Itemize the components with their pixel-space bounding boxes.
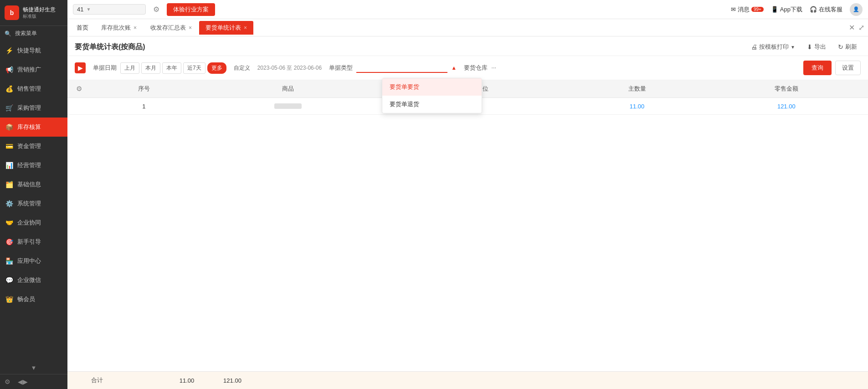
sidebar-item-newbie[interactable]: 🎯 新手引导 bbox=[0, 232, 67, 251]
close-all-tabs-btn[interactable]: ✕ bbox=[849, 23, 855, 32]
date-btn-this-month[interactable]: 本月 bbox=[141, 62, 160, 74]
brand-sub: 标准版 bbox=[23, 13, 56, 20]
export-label: 导出 bbox=[814, 43, 826, 51]
tab-inventory-batch-close[interactable]: × bbox=[134, 25, 137, 31]
custom-date-btn[interactable]: 自定义 bbox=[230, 63, 254, 73]
tab-order-stats-label: 要货单统计表 bbox=[205, 24, 241, 32]
brand-name: 畅捷通好生意 bbox=[23, 6, 56, 14]
footer-amount: 121.00 bbox=[210, 377, 255, 384]
warehouse-dots-icon[interactable]: ··· bbox=[491, 64, 496, 72]
footer-label: 合计 bbox=[73, 376, 164, 384]
filter-toggle-btn[interactable]: ▶ bbox=[75, 62, 86, 73]
tabbar-actions: ✕ ⤢ bbox=[849, 23, 864, 32]
sidebar-item-finance[interactable]: 💳 资金管理 bbox=[0, 137, 67, 156]
trial-btn[interactable]: 体验行业方案 bbox=[167, 3, 215, 16]
app-icon: 📱 bbox=[771, 6, 778, 13]
refresh-label: 刷新 bbox=[845, 43, 857, 51]
refresh-icon: ↻ bbox=[838, 43, 843, 51]
print-template-btn[interactable]: 🖨 按模板打印 ▼ bbox=[747, 41, 799, 53]
sidebar-label-basics: 基础信息 bbox=[17, 180, 41, 189]
sidebar-item-inventory[interactable]: 📦 库存核算 bbox=[0, 118, 67, 137]
sidebar-item-quick-nav[interactable]: ⚡ 快捷导航 bbox=[0, 41, 67, 60]
appstore-icon: 🏪 bbox=[5, 256, 14, 266]
sidebar-item-marketing[interactable]: 📢 营销推广 bbox=[0, 60, 67, 79]
messages-label: 消息 bbox=[738, 5, 750, 14]
basics-icon: 🗂️ bbox=[5, 180, 14, 189]
messages-badge: 99+ bbox=[751, 7, 764, 12]
table-container: ⚙ 序号 商品 主计量单位 主数量 零售金额 1 bbox=[67, 80, 868, 371]
avatar-icon: 👤 bbox=[853, 6, 859, 12]
sidebar-item-member[interactable]: 👑 畅会员 bbox=[0, 290, 67, 309]
dropdown-item-order-return[interactable]: 要货单退货 bbox=[382, 96, 482, 113]
page-title: 要货单统计表(按商品) bbox=[75, 42, 145, 52]
sidebar-item-basics[interactable]: 🗂️ 基础信息 bbox=[0, 175, 67, 194]
date-btn-7days[interactable]: 近7天 bbox=[183, 62, 205, 74]
col-settings[interactable]: ⚙ bbox=[67, 80, 90, 98]
quantity-link[interactable]: 11.00 bbox=[630, 103, 645, 110]
sidebar-item-operations[interactable]: 📊 经营管理 bbox=[0, 156, 67, 175]
dropdown-item-order-purchase[interactable]: 要货单要货 bbox=[382, 78, 482, 96]
tab-order-stats[interactable]: 要货单统计表 × bbox=[199, 21, 253, 35]
type-dropdown-menu: 要货单要货 要货单退货 bbox=[382, 78, 482, 113]
sidebar-item-enterprise[interactable]: 🤝 企业协同 bbox=[0, 213, 67, 232]
warehouse-filter-group: 要货仓库 ··· bbox=[464, 64, 496, 72]
print-arrow-icon: ▼ bbox=[791, 45, 795, 50]
enterprise-icon: 🤝 bbox=[5, 218, 14, 227]
app-download-btn[interactable]: 📱 App下载 bbox=[771, 5, 802, 14]
footer-quantity: 11.00 bbox=[164, 377, 210, 384]
row-no: 1 bbox=[90, 98, 198, 115]
date-btn-more[interactable]: 更多 bbox=[207, 62, 226, 74]
sidebar-logo: b 畅捷通好生意 标准版 bbox=[0, 0, 67, 26]
sidebar-label-appstore: 应用中心 bbox=[17, 257, 41, 265]
query-btn[interactable]: 查询 bbox=[803, 61, 832, 75]
sidebar-item-wechat[interactable]: 💬 企业微信 bbox=[0, 271, 67, 290]
search-menu-item[interactable]: 🔍 搜索菜单 bbox=[0, 26, 67, 41]
table-footer: 合计 11.00 121.00 bbox=[67, 371, 868, 389]
operations-icon: 📊 bbox=[5, 161, 14, 170]
tab-inventory-batch[interactable]: 库存批次账 × bbox=[95, 21, 143, 35]
filter-settings-btn[interactable]: 设置 bbox=[835, 61, 861, 75]
date-btn-last-month[interactable]: 上月 bbox=[120, 62, 139, 74]
tab-home[interactable]: 首页 bbox=[71, 21, 94, 35]
messages-btn[interactable]: ✉ 消息 99+ bbox=[731, 5, 764, 14]
settings-bottom-icon[interactable]: ⚙ bbox=[5, 378, 10, 385]
tabbar: 首页 库存批次账 × 收发存汇总表 × 要货单统计表 × ✕ ⤢ bbox=[67, 19, 868, 36]
tab-receive-summary-close[interactable]: × bbox=[189, 25, 192, 31]
sidebar: b 畅捷通好生意 标准版 🔍 搜索菜单 ⚡ 快捷导航 📢 营销推广 💰 销售管理… bbox=[0, 0, 67, 389]
export-btn[interactable]: ⬇ 导出 bbox=[803, 41, 830, 53]
tab-receive-summary-label: 收发存汇总表 bbox=[150, 24, 186, 32]
page-header: 要货单统计表(按商品) 🖨 按模板打印 ▼ ⬇ 导出 ↻ 刷新 bbox=[67, 36, 868, 56]
type-dropdown-arrow-icon[interactable]: ▲ bbox=[451, 65, 457, 71]
app-download-label: App下载 bbox=[780, 5, 802, 14]
expand-tabs-btn[interactable]: ⤢ bbox=[858, 23, 864, 32]
warehouse-filter-label: 要货仓库 bbox=[464, 64, 488, 72]
sidebar-item-purchase[interactable]: 🛒 采购管理 bbox=[0, 98, 67, 118]
filter-actions: 查询 设置 bbox=[803, 61, 861, 75]
sidebar-item-sales[interactable]: 💰 销售管理 bbox=[0, 79, 67, 98]
user-avatar[interactable]: 👤 bbox=[850, 3, 863, 16]
sidebar-label-inventory: 库存核算 bbox=[17, 123, 41, 131]
wechat-icon: 💬 bbox=[5, 276, 14, 285]
sidebar-item-appstore[interactable]: 🏪 应用中心 bbox=[0, 251, 67, 271]
sidebar-item-system[interactable]: ⚙️ 系统管理 bbox=[0, 194, 67, 213]
tab-receive-summary[interactable]: 收发存汇总表 × bbox=[144, 21, 198, 35]
topbar-settings-icon[interactable]: ⚙ bbox=[151, 3, 161, 15]
export-icon: ⬇ bbox=[807, 43, 812, 51]
page-actions: 🖨 按模板打印 ▼ ⬇ 导出 ↻ 刷新 bbox=[747, 41, 861, 53]
row-quantity: 11.00 bbox=[570, 98, 705, 115]
refresh-btn[interactable]: ↻ 刷新 bbox=[834, 41, 861, 53]
sidebar-scroll-down[interactable]: ▼ bbox=[0, 362, 67, 374]
service-icon: 🎧 bbox=[810, 6, 817, 13]
service-btn[interactable]: 🎧 在线客服 bbox=[810, 5, 842, 14]
date-filter-label: 单据日期 bbox=[93, 64, 117, 72]
amount-link[interactable]: 121.00 bbox=[777, 103, 796, 110]
company-selector[interactable]: 41 ▼ bbox=[73, 4, 146, 15]
type-filter-input[interactable] bbox=[356, 63, 447, 73]
tab-order-stats-close[interactable]: × bbox=[244, 25, 247, 31]
collapse-icon[interactable]: ◀▶ bbox=[18, 378, 28, 385]
sidebar-label-wechat: 企业微信 bbox=[17, 276, 41, 284]
column-settings-icon[interactable]: ⚙ bbox=[76, 85, 82, 92]
date-btn-this-year[interactable]: 本年 bbox=[162, 62, 181, 74]
topbar-right: ✉ 消息 99+ 📱 App下载 🎧 在线客服 👤 bbox=[731, 3, 863, 16]
sidebar-bottom: ⚙ ◀▶ bbox=[0, 374, 67, 389]
